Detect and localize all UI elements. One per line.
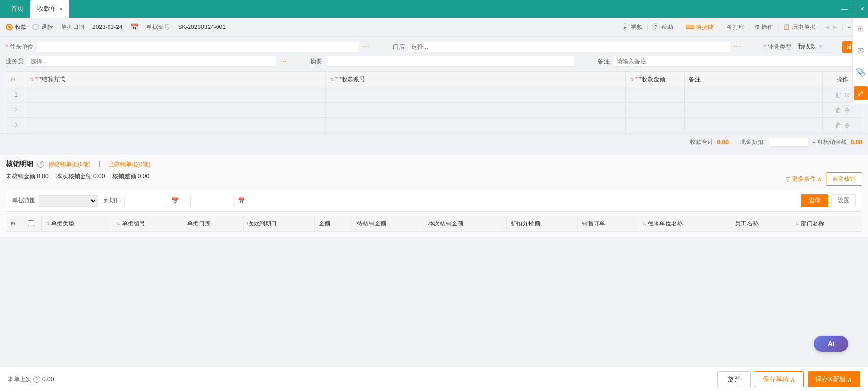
vtable-settings-icon[interactable]: ⚙ [10, 221, 16, 227]
more-conditions-btn[interactable]: ▽ 更多条件 ∧ [786, 175, 822, 183]
nav-left-icon[interactable]: ◀ [825, 24, 829, 30]
table-row: 3 🗑 ⊕ [6, 118, 862, 133]
expand-sidebar-icon[interactable]: ⤢ [854, 86, 868, 100]
select-all-checkbox[interactable] [28, 220, 34, 226]
diff-stat: 核销差额 0.00 [112, 172, 149, 181]
table-sidebar-icon[interactable]: ⊞ [854, 22, 868, 35]
minimize-icon[interactable]: — [841, 5, 848, 13]
row-num-2: 2 [6, 103, 26, 118]
vth-current: 本次核销金额 [424, 216, 506, 232]
remark-input[interactable] [614, 56, 862, 67]
radio-refund[interactable]: 退款 [32, 23, 53, 31]
staff-input[interactable] [27, 56, 276, 67]
vth-checkbox[interactable] [24, 216, 42, 232]
date-to-input[interactable]: 2022-04-12 [190, 196, 235, 206]
maximize-icon[interactable]: □ [852, 5, 856, 13]
date-value: 2023-03-24 [92, 24, 122, 30]
staff-label: 业务员 [6, 57, 24, 66]
cell-settlement-2[interactable] [26, 103, 326, 118]
verify-info-icon[interactable]: ? [37, 161, 44, 168]
store-input[interactable] [408, 42, 730, 52]
vth-settings[interactable]: ⚙ [6, 216, 24, 232]
delete-icon-3[interactable]: 🗑 [835, 121, 841, 129]
ai-bubble[interactable]: Ai [814, 336, 848, 352]
verify-table: ⚙ ⇅ 单据类型 ⇅ 单据编号 单据日期 [6, 216, 862, 232]
th-settings[interactable]: ⚙ [6, 72, 26, 87]
query-btn[interactable]: 查询 [801, 194, 828, 207]
cell-account-3[interactable] [326, 118, 625, 133]
radio-receipt-label: 收款 [15, 23, 27, 31]
print-btn[interactable]: 🖨 打印 [726, 23, 745, 31]
vth-employee: 员工名称 [731, 216, 791, 232]
radio-receipt[interactable]: 收款 [6, 23, 27, 31]
cell-amount-1[interactable] [625, 87, 684, 103]
vth-doc-num: ⇅ 单据编号 [112, 216, 183, 232]
main-content: 收款 退款 单据日期 2023-03-24 📅 单据编号 SK-20230324… [0, 18, 868, 365]
list-view-icon[interactable]: ≡ [847, 24, 851, 30]
table-settings-icon[interactable]: ⚙ [10, 76, 16, 83]
form-row-1: 往来单位 ··· 门店 ··· 业务类型 预收款 ▼ 设置 [6, 41, 862, 53]
copy-icon-2[interactable]: ⊕ [844, 106, 850, 114]
tab-home[interactable]: 首页 [4, 0, 30, 18]
auto-cancel-btn[interactable]: 自动核销 [826, 172, 862, 186]
cell-remark-2[interactable] [684, 103, 822, 118]
radio-group: 收款 退款 [6, 23, 53, 31]
summary-input[interactable] [326, 56, 574, 67]
cell-account-2[interactable] [326, 103, 625, 118]
cell-amount-2[interactable] [625, 103, 684, 118]
business-type-select[interactable]: 预收款 ▼ [795, 41, 835, 53]
counterpart-label: 往来单位 [6, 43, 33, 51]
staff-dots[interactable]: ··· [280, 58, 286, 66]
total-label: 收款合计 [690, 138, 713, 146]
history-btn[interactable]: 📋 历史单据 [783, 23, 815, 31]
date-from-calendar[interactable]: 📅 [171, 197, 179, 204]
copy-icon-3[interactable]: ⊕ [844, 121, 850, 129]
radio-refund-dot [32, 24, 39, 30]
help-icon: ? [652, 23, 660, 31]
discount-input[interactable] [769, 138, 808, 147]
date-label: 单据日期 [61, 23, 84, 31]
radio-refund-label: 退款 [41, 23, 53, 31]
nav-right-icon[interactable]: ▶ [833, 24, 838, 30]
close-icon[interactable]: × [860, 5, 864, 13]
business-type-arrow: ▼ [818, 43, 824, 50]
clip-sidebar-icon[interactable]: 📎 [854, 65, 868, 79]
cell-amount-3[interactable] [625, 118, 684, 133]
mail-sidebar-icon[interactable]: ✉ [854, 43, 868, 57]
tab-receipt[interactable]: 收款单 × [30, 0, 69, 18]
th-remark: 备注 [684, 72, 822, 87]
counterpart-dots[interactable]: ··· [363, 43, 369, 51]
done-tab[interactable]: 已核销单据(0笔) [108, 160, 151, 168]
cell-settlement-1[interactable] [26, 87, 326, 103]
search-settings-btn[interactable]: 设置 [831, 194, 856, 207]
counterpart-input[interactable] [37, 42, 359, 52]
toolbar-row: 收款 退款 单据日期 2023-03-24 📅 单据编号 SK-20230324… [0, 18, 868, 37]
store-dots[interactable]: ··· [734, 43, 740, 51]
radio-receipt-dot [6, 24, 13, 30]
shortcut-btn[interactable]: ⌨ 快捷键 [683, 22, 716, 32]
cell-account-1[interactable] [326, 87, 625, 103]
cell-remark-3[interactable] [684, 118, 822, 133]
operation-btn[interactable]: ⚙ 操作 [755, 23, 773, 31]
date-calendar-icon[interactable]: 📅 [130, 23, 138, 31]
copy-icon-1[interactable]: ⊕ [844, 91, 850, 99]
range-select[interactable] [39, 195, 98, 207]
number-value: SK-20230324-001 [178, 24, 225, 30]
tab-close-icon[interactable]: × [59, 6, 62, 12]
cell-settlement-3[interactable] [26, 118, 326, 133]
cell-action-2: 🗑 ⊕ [823, 103, 862, 118]
delete-icon-1[interactable]: 🗑 [835, 91, 841, 99]
history-icon: 📋 [783, 24, 790, 30]
video-btn[interactable]: ▶ 视频 [622, 23, 643, 31]
summary-row: 收款合计 0.00 + 现金折扣: = 可核销金额 0.00 [0, 133, 868, 151]
help-btn[interactable]: ? 帮助 [652, 23, 673, 31]
current-stat: 本次核销金额 0.00 [56, 172, 105, 181]
tab-divider: | [99, 160, 100, 168]
date-to-calendar[interactable]: 📅 [238, 197, 245, 204]
filter-icon: ▽ [786, 176, 790, 183]
vth-due-date: 收款到期日 [243, 216, 314, 232]
delete-icon-2[interactable]: 🗑 [835, 106, 841, 114]
date-from-input[interactable]: 2022-04-01 [124, 196, 168, 206]
cell-remark-1[interactable] [684, 87, 822, 103]
pending-tab[interactable]: 待核销单据(0笔) [48, 160, 91, 168]
